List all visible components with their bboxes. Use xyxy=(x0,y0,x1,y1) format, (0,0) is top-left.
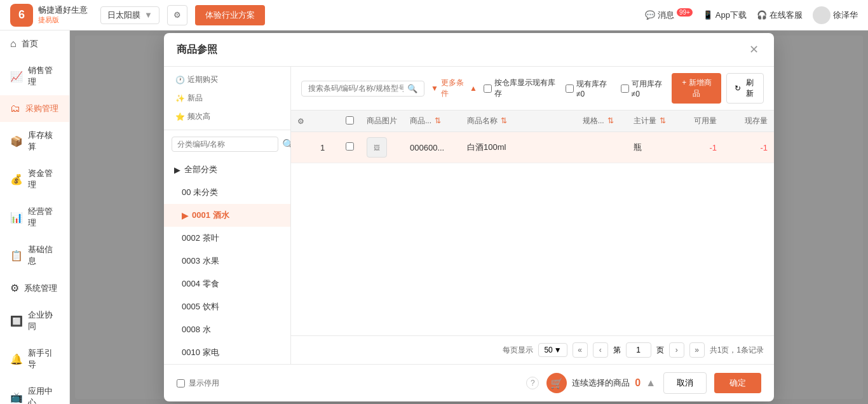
chevron-up-icon: ▲ xyxy=(470,84,477,93)
sidebar-item-inventory[interactable]: 📦 库存核算 xyxy=(0,122,69,160)
sidebar-item-system[interactable]: ⚙ 系统管理 xyxy=(0,274,69,302)
online-service-button[interactable]: 🎧 在线客服 xyxy=(757,10,803,21)
category-item-drinks[interactable]: 0005 饮料 xyxy=(164,295,290,318)
row-checkbox[interactable] xyxy=(346,142,354,151)
headset-icon: 🎧 xyxy=(757,10,767,20)
more-filters-button[interactable]: ▼ 更多条件 ▲ xyxy=(431,77,477,99)
page-size-label: 每页显示 xyxy=(503,345,533,356)
category-item-fruit[interactable]: 0003 水果 xyxy=(164,250,290,273)
settings-button[interactable]: ⚙ xyxy=(167,5,187,25)
sidebar-item-collab[interactable]: 🔲 企业协同 xyxy=(0,302,69,340)
logo-sub: 捷易版 xyxy=(38,15,88,25)
page-next-button[interactable]: › xyxy=(669,342,684,358)
sidebar-item-label: 新手引导 xyxy=(28,347,59,370)
category-search-icon[interactable]: 🔍 xyxy=(282,138,291,151)
sidebar-item-finance[interactable]: 💰 资金管理 xyxy=(0,160,69,198)
checkbox-available[interactable] xyxy=(621,84,629,93)
page-first-button[interactable]: « xyxy=(573,342,588,358)
sidebar-item-home[interactable]: ⌂ 首页 xyxy=(0,30,69,57)
category-label: 0003 水果 xyxy=(182,255,219,267)
checkbox-group: 按仓库显示现有库存 现有库存≠0 可用库存≠0 xyxy=(484,77,665,99)
collab-icon: 🔲 xyxy=(10,315,23,327)
table-row[interactable]: 1 🖼 xyxy=(291,132,774,163)
modal-close-button[interactable]: ✕ xyxy=(746,42,761,57)
online-service-label: 在线客服 xyxy=(770,10,803,21)
checkbox-existing[interactable] xyxy=(566,84,574,93)
cart-area: 🛒 连续选择的商品 0 ▲ xyxy=(546,373,656,393)
settings-icon[interactable]: ⚙ xyxy=(297,117,304,126)
confirm-button[interactable]: 确定 xyxy=(714,373,761,393)
sidebar-item-app-center[interactable]: 📺 应用中心 xyxy=(0,378,69,404)
row-settings xyxy=(291,132,314,163)
col-unit-header[interactable]: 主计量 ⇅ xyxy=(627,111,672,132)
clock-icon: 🕐 xyxy=(175,76,185,84)
sidebar-item-sales[interactable]: 📈 销售管理 xyxy=(0,57,69,95)
category-label: 0004 零食 xyxy=(182,278,219,290)
show-disabled-checkbox[interactable] xyxy=(177,379,185,387)
help-icon[interactable]: ? xyxy=(526,377,539,389)
filter-label: 更多条件 xyxy=(441,77,467,99)
trial-button[interactable]: 体验行业方案 xyxy=(195,5,265,25)
checkbox-available-label[interactable]: 可用库存≠0 xyxy=(621,79,666,98)
collapse-cart-button[interactable]: ▲ xyxy=(646,377,656,389)
fire-icon: ⭐ xyxy=(175,112,185,121)
refresh-button[interactable]: ↻ 刷新 xyxy=(726,73,764,104)
sidebar-item-guide[interactable]: 🔔 新手引导 xyxy=(0,340,69,378)
category-item-all[interactable]: ▶ 全部分类 xyxy=(164,158,290,181)
logo-area: 6 畅捷通好生意 捷易版 xyxy=(10,4,88,27)
checkbox-existing-label[interactable]: 现有库存≠0 xyxy=(566,79,611,98)
row-check xyxy=(339,132,360,163)
page-prev-button[interactable]: ‹ xyxy=(593,342,608,358)
product-search-input[interactable] xyxy=(308,84,403,93)
category-item-alcohol[interactable]: ▶ 0001 酒水 xyxy=(164,204,290,227)
tab-recent-purchase[interactable]: 🕐 近期购买 xyxy=(170,72,284,88)
top-nav: 6 畅捷通好生意 捷易版 日太阳膜 ▼ ⚙ 体验行业方案 💬 消息 99+ 📱 … xyxy=(0,0,868,30)
message-badge: 99+ xyxy=(677,8,693,17)
cancel-button[interactable]: 取消 xyxy=(663,372,707,394)
page-size-select[interactable]: 50 ▼ xyxy=(538,343,567,357)
col-avail-header: 可用量 xyxy=(672,111,723,132)
select-all-checkbox[interactable] xyxy=(346,116,354,125)
row-unit: 瓶 xyxy=(627,132,672,163)
col-spec-header[interactable]: 规格... ⇅ xyxy=(576,111,627,132)
category-item-snacks[interactable]: 0004 零食 xyxy=(164,273,290,295)
message-icon: 💬 xyxy=(645,10,655,20)
category-label: 全部分类 xyxy=(184,164,217,175)
logo-icon: 6 xyxy=(10,4,33,27)
category-item-uncategorized[interactable]: 00 未分类 xyxy=(164,181,290,204)
col-code-header[interactable]: 商品... ⇅ xyxy=(403,111,461,132)
sidebar-item-label: 系统管理 xyxy=(24,283,57,294)
sidebar-item-operation[interactable]: 📊 经营管理 xyxy=(0,198,69,236)
category-item-tea[interactable]: 0002 茶叶 xyxy=(164,227,290,250)
nav-selector[interactable]: 日太阳膜 ▼ xyxy=(100,6,159,24)
row-code: 000600... xyxy=(403,132,461,163)
sidebar-item-base-info[interactable]: 📋 基础信息 xyxy=(0,236,69,274)
cart-text: 连续选择的商品 xyxy=(572,377,630,389)
col-name-label: 商品名称 xyxy=(467,116,498,125)
checkbox-warehouse-label[interactable]: 按仓库显示现有库存 xyxy=(484,77,555,99)
footer-right: ? 🛒 连续选择的商品 0 ▲ 取消 确定 xyxy=(526,372,761,394)
category-item-appliance[interactable]: 0010 家电 xyxy=(164,341,290,364)
product-table-container: ⚙ 商品图片 xyxy=(291,111,774,335)
search-icon[interactable]: 🔍 xyxy=(407,84,417,93)
sidebar-item-purchase[interactable]: 🗂 采购管理 xyxy=(0,95,69,122)
col-name-header[interactable]: 商品名称 ⇅ xyxy=(461,111,576,132)
tab-high-frequency[interactable]: ⭐ 频次高 xyxy=(170,109,284,125)
add-product-button[interactable]: + 新增商品 xyxy=(672,73,721,104)
show-disabled-label[interactable]: 显示停用 xyxy=(177,378,219,389)
checkbox-warehouse[interactable] xyxy=(484,84,492,93)
app-download-button[interactable]: 📱 App下载 xyxy=(703,10,747,21)
category-item-water[interactable]: 0008 水 xyxy=(164,318,290,341)
cart-button[interactable]: 🛒 xyxy=(546,373,567,393)
sidebar-item-label: 企业协同 xyxy=(28,309,59,332)
page-number-input[interactable] xyxy=(626,342,651,358)
modal-overlay: 商品参照 ✕ 🕐 近期购买 ✨ xyxy=(70,30,868,404)
message-button[interactable]: 💬 消息 99+ xyxy=(645,10,693,21)
category-label: 0008 水 xyxy=(182,324,211,335)
tab-new-products[interactable]: ✨ 新品 xyxy=(170,90,284,106)
page-last-button[interactable]: » xyxy=(689,342,705,358)
user-menu[interactable]: 徐泽华 xyxy=(813,6,858,24)
system-icon: ⚙ xyxy=(10,282,19,294)
category-search-input[interactable] xyxy=(172,137,278,152)
col-avail-label: 可用量 xyxy=(694,116,717,125)
